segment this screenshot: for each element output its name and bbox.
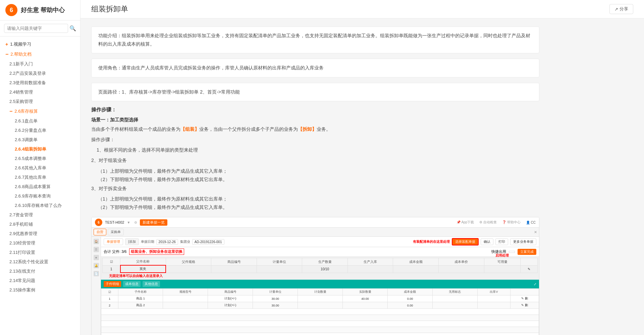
app-toolbar-row1: 单据管理 |添加 单据日期 2019-12-26 集团业 AD-20191226… — [101, 237, 539, 247]
sidebar-item-2-6-10[interactable]: 2.6.10库存账本错了么办 — [15, 201, 80, 210]
bcell-flag — [432, 302, 477, 309]
app-icon-home[interactable]: 🏠 — [94, 239, 99, 244]
sidebar-item-2-6-6[interactable]: 2.6.6其他入库单 — [15, 163, 80, 173]
bottom-row-empty-4 — [101, 327, 539, 333]
input-field[interactable] — [509, 251, 515, 253]
complete-button[interactable]: 立案完成 — [518, 249, 536, 255]
sidebar-item-2-4[interactable]: 2.4销售管理 — [9, 88, 80, 97]
app-name: 好生意 帮助中心 — [21, 6, 65, 14]
collapse-icon-2-6: − — [9, 108, 12, 114]
steps-title: 操作步骤： — [91, 107, 539, 113]
type-count-label: 合计 父件: 3/6 — [104, 249, 126, 254]
app-close-icon[interactable]: ✕ — [534, 230, 537, 234]
green-tab-other[interactable]: 其他信息 — [143, 281, 160, 287]
bcol-unit: 计量单位 — [253, 289, 298, 295]
sidebar-item-2-6-4[interactable]: 2.6.4组装拆卸单 — [15, 145, 80, 154]
sidebar-item-2-1[interactable]: 2.1新手入门 — [9, 59, 80, 69]
sidebar-item-2-9[interactable]: 2.9优惠券管理 — [9, 229, 80, 238]
more-button[interactable]: 更多业务单据 — [510, 238, 536, 245]
bcell-plan-qty — [298, 302, 343, 309]
sidebar-item-2-8[interactable]: 2.8手机旺铺 — [9, 220, 80, 229]
type-row: 合计 父件: 3/6 组装业务、拆卸业务在这里切换 快捷出用 立案完成 启用处理 — [101, 247, 539, 257]
sidebar-item-2-12[interactable]: 2.12系统个性化设置 — [9, 257, 80, 267]
sidebar-item-2-6-5[interactable]: 2.6.5成本调整单 — [15, 154, 80, 163]
bottom-row-empty-3 — [101, 321, 539, 327]
top-table-section: ☑ 父件名称 父件规格 商品编号 计量单位 生产数量 生产入库 成本金额 成本单… — [101, 257, 539, 280]
bottom-row-empty-1 — [101, 309, 539, 315]
sidebar-item-2-6-1[interactable]: 2.6.1盘点单 — [15, 116, 80, 126]
app-order-manage-tab[interactable]: 单据管理 — [104, 238, 123, 245]
annotation-bom: 有装配清单的在这里处理 — [413, 239, 450, 244]
group-label: 【组装】 — [180, 126, 199, 132]
sidebar-item-video[interactable]: + 1.视频学习 — [0, 39, 80, 49]
bcell-edit[interactable]: ✎ 删 — [511, 295, 539, 302]
intro-block: 功能介绍：组装拆卸单用来处理企业组装或拆卸等加工业务，支持有固定装配清单的产品加… — [91, 26, 539, 53]
step3-sub1: （1）上部明细为父件明细，最终作为原材料生成其它出库单； — [98, 195, 539, 203]
sidebar-item-2-2[interactable]: 2.2产品安装及登录 — [9, 69, 80, 78]
app-new-doc-button[interactable]: 新建单据一览 — [140, 219, 167, 226]
sidebar-item-2-3[interactable]: 2.3使用前数据准备 — [9, 78, 80, 88]
bcell-actual-qty: 40.00 — [343, 295, 388, 302]
green-tab-expand-icon[interactable]: ⤢ — [534, 282, 536, 286]
green-tab-cost[interactable]: 成本信息 — [123, 281, 141, 287]
print-button[interactable]: 打印 — [495, 238, 508, 245]
search-input[interactable] — [4, 24, 68, 33]
share-button[interactable]: ↗ 分享 — [609, 4, 633, 14]
bcell-spec — [163, 295, 208, 302]
cell-parent-spec — [166, 265, 211, 273]
cell-edit[interactable]: ✎ — [521, 265, 538, 273]
sidebar-item-2-5[interactable]: 2.5采购管理 — [9, 97, 80, 106]
bcol-checkbox: ☑ — [101, 289, 118, 295]
select-bom-button[interactable]: 选择装配单据 — [452, 238, 479, 245]
sidebar-item-label: 1.视频学习 — [10, 41, 31, 47]
main-area: 组装拆卸单 ↗ 分享 功能介绍：组装拆卸单用来处理企业组装或拆卸等加工业务，支持… — [80, 0, 644, 335]
app-tab-self[interactable]: 自营 — [94, 229, 106, 235]
sidebar-item-2-6-9[interactable]: 2.6.9库存账本查询 — [15, 191, 80, 201]
sidebar-item-2-15[interactable]: 2.15操作案例 — [9, 285, 80, 295]
bcol-item-no: 商品编号 — [208, 289, 253, 295]
cell-unit — [257, 265, 302, 273]
sidebar-item-2-10[interactable]: 2.10经营管理 — [9, 238, 80, 248]
col-cost-amount: 成本金额 — [393, 258, 439, 266]
app-icon-star[interactable]: ★ — [94, 255, 99, 260]
date-field[interactable]: 2019-12-26 — [156, 239, 178, 245]
sidebar-item-2-6-7[interactable]: 2.6.7其他出库单 — [15, 173, 80, 182]
step3-text: 3、对于拆卖业务 — [91, 184, 539, 193]
green-tab-sub[interactable]: 子件明细 — [104, 281, 121, 287]
confirm-button[interactable]: 确认 — [481, 238, 493, 245]
bcell-out — [477, 295, 510, 302]
top-bar: 组装拆卸单 ↗ 分享 — [80, 0, 644, 18]
cell-available — [484, 265, 521, 273]
sidebar-item-2-6-8[interactable]: 2.6.8商品成本重算 — [15, 182, 80, 191]
step3-subs: （1）上部明细为父件明细，最终作为原材料生成其它出库单； （2）下部明细为子件明… — [98, 195, 539, 212]
step2-text: 2、对于组装业务 — [91, 156, 539, 165]
sidebar-item-docs[interactable]: − 2.帮助文档 — [0, 49, 80, 59]
sidebar-item-2-11[interactable]: 2.11打印设置 — [9, 248, 80, 257]
doc-no-field[interactable]: AD-20191226-001 — [192, 239, 224, 245]
sidebar-item-2-7[interactable]: 2.7资金管理 — [9, 210, 80, 220]
app-icon-bell[interactable]: 🔔 — [94, 263, 99, 268]
sidebar-item-2-14[interactable]: 2.14常见问题 — [9, 276, 80, 285]
share-label: 分享 — [620, 6, 628, 12]
bcell-edit[interactable]: ✎ 删 — [511, 302, 539, 309]
cell-seq: 1 — [103, 265, 120, 273]
sidebar-item-2-13[interactable]: 2.13在线支付 — [9, 267, 80, 276]
sidebar-item-2-6-3[interactable]: 2.6.3调拨单 — [15, 135, 80, 145]
cell-parent-name: 英夹 — [120, 265, 166, 273]
app-icon-list[interactable]: ☰ — [94, 247, 99, 252]
bcell-unit: 30.00 — [253, 295, 298, 302]
app-new-tab[interactable]: |添加 — [125, 238, 139, 245]
col-parent-name: 父件名称 — [120, 258, 166, 266]
sidebar-item-2-6[interactable]: − 2.6库存核算 — [9, 106, 80, 116]
app-tab-purchase[interactable]: 采购单 — [108, 229, 124, 235]
bcell-actual-qty — [343, 302, 388, 309]
sidebar-item-2-6-2[interactable]: 2.6.2分量盘点单 — [15, 126, 80, 135]
bcell-seq: 2 — [101, 302, 118, 309]
step2-subs: （1）上部明细为父件明细，最终作为产成品生成其它入库单； （2）下部明细为子件明… — [98, 167, 539, 184]
search-button[interactable]: 🔍 — [69, 25, 76, 32]
col-checkbox: ☑ — [103, 258, 120, 266]
app-company: TEST-H002 — [105, 220, 124, 224]
bcol-action — [511, 289, 539, 295]
sidebar-item-label: 2.6库存核算 — [14, 108, 38, 114]
app-icon-doc[interactable]: 📄 — [94, 271, 99, 276]
